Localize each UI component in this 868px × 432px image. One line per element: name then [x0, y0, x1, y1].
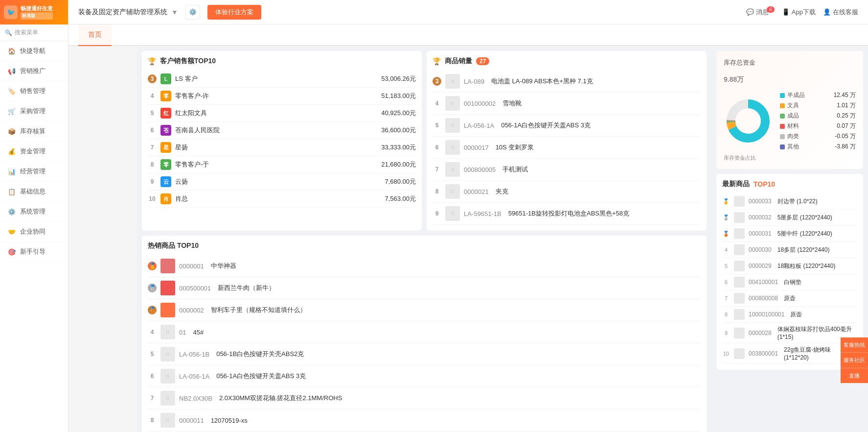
- rank-name: 肖总: [175, 194, 381, 203]
- product-thumb: [734, 228, 745, 239]
- product-thumb: G: [160, 347, 175, 361]
- product-code: 004100001: [749, 279, 778, 286]
- product-name: 新西兰牛肉（新牛）: [218, 284, 701, 292]
- service-icon: 👤: [823, 8, 831, 16]
- rank-avatar: 苍: [160, 125, 171, 136]
- list-item: 7 G 000800005 手机测试: [433, 159, 701, 181]
- float-button-1[interactable]: 服务社区: [841, 353, 868, 368]
- sidebar-item-8[interactable]: ⚙️系统管理: [0, 202, 68, 222]
- product-thumb: [734, 212, 745, 223]
- sidebar-icon-7: 📋: [7, 187, 16, 196]
- sidebar-item-9[interactable]: 🤝企业协同: [0, 222, 68, 242]
- rank-avatar: 红: [160, 108, 171, 119]
- rank-avatar: 云: [160, 176, 171, 187]
- list-item: 4 0000030 18多层 (1220*2440): [722, 242, 857, 258]
- rank-number: 9: [148, 177, 157, 186]
- product-thumb: [734, 196, 745, 207]
- sidebar-item-1[interactable]: 📢营销推广: [0, 61, 68, 81]
- float-button-2[interactable]: 直播: [841, 368, 868, 383]
- sidebar-icon-10: 🎯: [7, 247, 16, 256]
- product-thumb: [734, 261, 745, 271]
- inventory-amount: 9.88万: [724, 70, 856, 85]
- hot-products-list: 🥇 0000001 中华神器 🥈 000500001 新西兰牛肉（新牛） 🥉 0…: [148, 255, 701, 432]
- rank-number: 10: [722, 351, 730, 357]
- sidebar-item-6[interactable]: 📊经营管理: [0, 162, 68, 182]
- sidebar-label-5: 资金管理: [20, 147, 46, 156]
- product-code: 0000002: [179, 307, 204, 314]
- list-item: 9 G LA-59651-1B 59651-1B旋转投影灯电池盒ABS黑色+58…: [433, 203, 701, 225]
- rank-amount: 51,183.00元: [381, 92, 416, 100]
- list-item: 7 星 星扬 33,333.00元: [148, 139, 416, 156]
- list-item: 9 0000028 体娴荔枝味苏打饮品400毫升 (1*15): [722, 323, 857, 343]
- top-section: 🏆 客户销售额TOP10 3 L LS 客户 53,006.26元 4 零 零售…: [142, 51, 707, 231]
- list-item: 3 G LA-089 电池盖 LA-089 ABS本色+黑种 7.1克: [433, 71, 701, 93]
- list-item: 🥉 0000031 5厘中纤 (1220*2440): [722, 226, 857, 242]
- logo-name: 畅捷通好生意: [21, 5, 53, 12]
- legend-label: 成品: [787, 112, 834, 120]
- list-item: 🥈 000500001 新西兰牛肉（新牛）: [148, 277, 701, 299]
- product-code: 001000002: [464, 100, 496, 107]
- online-service-label: 在线客服: [833, 8, 858, 17]
- new-products-label: 最新商品: [722, 180, 750, 189]
- legend-value: 12.45 万: [834, 91, 856, 99]
- sidebar-item-7[interactable]: 📋基础信息: [0, 182, 68, 202]
- sidebar-item-0[interactable]: 🏠快捷导航: [0, 41, 68, 61]
- product-code: 000500001: [179, 285, 211, 292]
- new-products-title: 最新商品 TOP10: [722, 180, 857, 189]
- product-name: 雪地靴: [503, 99, 701, 108]
- rank-amount: 36,600.00元: [381, 126, 416, 135]
- product-code: 0000028: [749, 330, 772, 336]
- product-name: 59651-1B旋转投影灯电池盒ABS黑色+58克: [508, 209, 701, 218]
- rank-number: 7: [722, 295, 730, 301]
- rank-number: 6: [722, 279, 730, 285]
- list-item: 5 红 红太阳文具 40,925.00元: [148, 105, 416, 122]
- product-name: 056-1A白色按键开关盖ABS 3克: [501, 121, 701, 130]
- rank-number: 3: [433, 77, 441, 86]
- sidebar-item-10[interactable]: 🎯新手引导: [0, 242, 68, 262]
- rank-number: 8: [722, 312, 730, 317]
- product-name: 原壶: [784, 294, 857, 303]
- sidebar-label-4: 库存核算: [20, 127, 46, 136]
- messages-button[interactable]: 💬 消息 6: [746, 8, 775, 17]
- product-thumb: [734, 328, 745, 338]
- hot-products-title: 热销商品 TOP10: [148, 241, 701, 250]
- rank-number: 🥉: [722, 231, 730, 237]
- rank-number: 6: [148, 126, 157, 135]
- logo-badge: 标准版: [21, 12, 53, 20]
- product-thumb: G: [445, 206, 460, 221]
- float-button-0[interactable]: 客服热线: [841, 337, 868, 353]
- gear-button[interactable]: ⚙️: [185, 5, 200, 20]
- product-thumb: G: [445, 184, 460, 199]
- sidebar-item-5[interactable]: 💰资金管理: [0, 142, 68, 162]
- rank-amount: 7,680.00元: [385, 177, 416, 186]
- inventory-title: 库存总资金: [724, 58, 856, 67]
- list-item: 4 G 01 45#: [148, 321, 701, 343]
- product-name: 18颗粒板 (1220*2440): [777, 262, 857, 270]
- rank-number: 5: [433, 121, 441, 130]
- product-thumb: G: [160, 391, 175, 406]
- product-thumb: [160, 259, 175, 273]
- rank-number: 5: [148, 350, 157, 359]
- legend-dot: [780, 134, 785, 139]
- rank-name: 云扬: [175, 177, 381, 186]
- rank-number: 10: [148, 194, 157, 203]
- customer-rank-card: 🏆 客户销售额TOP10 3 L LS 客户 53,006.26元 4 零 零售…: [142, 51, 422, 231]
- sidebar-item-3[interactable]: 🛒采购管理: [0, 101, 68, 121]
- list-item: 3 L LS 客户 53,006.26元: [148, 71, 416, 88]
- float-buttons: 客服热线服务社区直播: [841, 337, 868, 383]
- rank-number: 4: [148, 328, 157, 336]
- online-service-button[interactable]: 👤 在线客服: [823, 8, 858, 17]
- product-code: 0000031: [749, 230, 772, 237]
- product-thumb: [160, 303, 175, 317]
- sidebar-item-4[interactable]: 📦库存核算: [0, 121, 68, 142]
- app-download-button[interactable]: 📱 App下载: [782, 8, 816, 17]
- tab-home[interactable]: 首页: [78, 24, 112, 46]
- dropdown-arrow[interactable]: ▼: [171, 8, 178, 16]
- search-menu[interactable]: 🔍 搜索菜单: [5, 28, 63, 37]
- trial-button[interactable]: 体验行业方案: [207, 5, 261, 20]
- sidebar: 🐦 畅捷通好生意 标准版 🔍 搜索菜单 🏠快捷导航📢营销推广🏷️销售管理🛒采购管…: [0, 0, 69, 432]
- product-name: 电池盖 LA-089 ABS本色+黑种 7.1克: [491, 77, 701, 86]
- hot-products-label: 热销商品 TOP10: [148, 241, 199, 250]
- sidebar-item-2[interactable]: 🏷️销售管理: [0, 81, 68, 101]
- sidebar-search-area[interactable]: 🔍 搜索菜单: [0, 24, 68, 41]
